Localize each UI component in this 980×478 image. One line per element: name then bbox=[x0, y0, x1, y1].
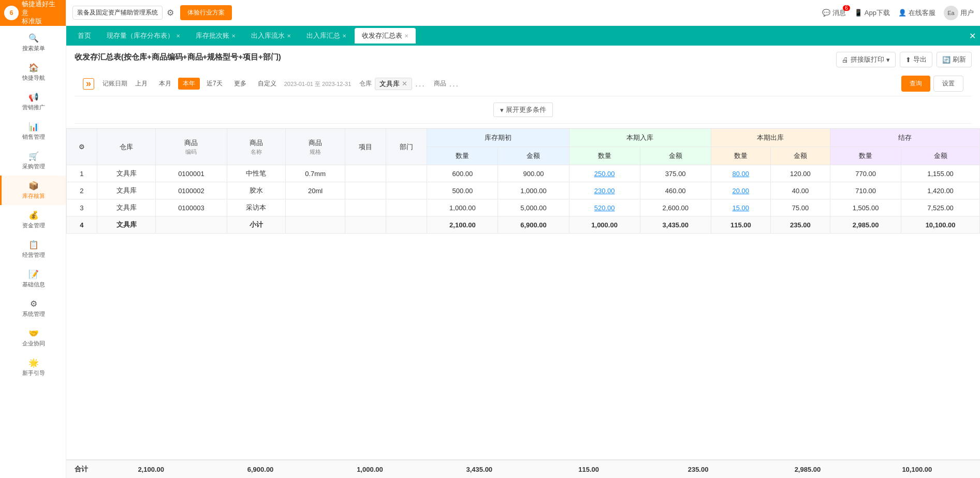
sidebar-item-label: 资金管理 bbox=[22, 222, 45, 229]
sidebar-item-guide[interactable]: 🌟新手引导 bbox=[0, 353, 66, 382]
message-badge: 6 bbox=[843, 5, 850, 11]
tab-inout-summary[interactable]: 出入库汇总✕ bbox=[299, 28, 354, 44]
cell-spec: 0.7mm bbox=[286, 165, 345, 182]
tab-bar-close-btn[interactable]: ✕ bbox=[969, 31, 976, 41]
query-btn[interactable]: 查询 bbox=[901, 76, 930, 92]
table-row: 3 文具库 0100003 采访本 1,000.00 5,000.00 520.… bbox=[67, 199, 980, 216]
col-out-group: 本期出库 bbox=[711, 129, 830, 147]
cell-balance-amt: 7,525.00 bbox=[901, 199, 980, 216]
cell-in-qty: 230.00 bbox=[569, 182, 640, 199]
cell-opening-qty: 2,100.00 bbox=[427, 216, 498, 234]
cell-out-qty: 80.00 bbox=[711, 165, 770, 182]
cell-out-amt: 40.00 bbox=[770, 182, 830, 199]
tab-label: 收发存汇总表 bbox=[362, 31, 402, 40]
sidebar-item-label: 系统管理 bbox=[22, 310, 45, 318]
sidebar-item-operations[interactable]: 📋经营管理 bbox=[0, 235, 66, 264]
date-btn-last-month[interactable]: 上月 bbox=[130, 78, 152, 90]
goods-more-btn[interactable]: ... bbox=[449, 79, 459, 89]
sidebar-item-corp[interactable]: 🤝企业协同 bbox=[0, 323, 66, 353]
sidebar-item-system[interactable]: ⚙系统管理 bbox=[0, 294, 66, 323]
date-btn-more[interactable]: 更多 bbox=[229, 78, 251, 90]
mobile-icon: 📱 bbox=[854, 9, 862, 17]
cell-dept bbox=[386, 165, 427, 182]
cell-no: 3 bbox=[67, 199, 97, 216]
refresh-btn[interactable]: 🔄 刷新 bbox=[937, 52, 972, 67]
sidebar-item-label: 基础信息 bbox=[22, 281, 45, 288]
tab-close-icon[interactable]: ✕ bbox=[404, 33, 408, 39]
footer-balance-amt: 10,100.00 bbox=[862, 466, 972, 473]
print-icon: 🖨 bbox=[842, 56, 849, 64]
tab-bar: 首页现存量（库存分布表）✕库存批次账✕出入库流水✕出入库汇总✕收发存汇总表✕✕ bbox=[66, 26, 980, 46]
cell-opening-amt: 5,000.00 bbox=[498, 199, 569, 216]
tab-label: 出入库流水 bbox=[251, 31, 285, 40]
sidebar-item-search[interactable]: 🔍搜索菜单 bbox=[0, 28, 66, 57]
tab-batch[interactable]: 库存批次账✕ bbox=[188, 28, 243, 44]
sidebar-item-basic[interactable]: 📝基础信息 bbox=[0, 264, 66, 294]
date-btn-this-year[interactable]: 本年 bbox=[178, 78, 200, 90]
tab-home[interactable]: 首页 bbox=[70, 28, 98, 44]
tab-recv-send-summary[interactable]: 收发存汇总表✕ bbox=[355, 28, 416, 44]
cell-dept bbox=[386, 216, 427, 234]
tab-close-icon[interactable]: ✕ bbox=[231, 33, 236, 39]
purchase-icon: 🛒 bbox=[28, 151, 39, 161]
footer-out-qty: 115.00 bbox=[534, 466, 643, 473]
app-logo: 6 bbox=[4, 6, 19, 20]
settings-icon[interactable]: ⚙ bbox=[167, 8, 174, 18]
sidebar-item-purchase[interactable]: 🛒采购管理 bbox=[0, 146, 66, 176]
date-btn-this-month[interactable]: 本月 bbox=[154, 78, 176, 90]
user-avatar-btn[interactable]: Ea 用户 bbox=[944, 6, 974, 20]
sidebar-item-label: 企业协同 bbox=[22, 340, 45, 347]
warehouse-tag[interactable]: 文具库 ✕ bbox=[375, 78, 412, 90]
expand-conditions-btn[interactable]: ▾ 展开更多条件 bbox=[493, 103, 553, 117]
topbar-right: 💬 消息 6 📱 App下载 👤 在线客服 Ea 用户 bbox=[822, 6, 974, 20]
sidebar-item-sales[interactable]: 📊销售管理 bbox=[0, 117, 66, 146]
tab-inout-flow[interactable]: 出入库流水✕ bbox=[244, 28, 298, 44]
col-out-amt: 金额 bbox=[770, 147, 830, 165]
app-download-btn[interactable]: 📱 App下载 bbox=[854, 8, 890, 18]
table-row: 2 文具库 0100002 胶水 20ml 500.00 1,000.00 23… bbox=[67, 182, 980, 199]
date-btn-custom[interactable]: 自定义 bbox=[253, 78, 281, 90]
message-icon-btn[interactable]: 💬 消息 6 bbox=[822, 8, 846, 18]
headset-icon: 👤 bbox=[898, 9, 906, 17]
cell-out-amt: 75.00 bbox=[770, 199, 830, 216]
cell-opening-amt: 900.00 bbox=[498, 165, 569, 182]
date-range-display: 2023-01-01 至 2023-12-31 bbox=[284, 80, 352, 88]
cell-out-qty: 115.00 bbox=[711, 216, 770, 234]
col-opening-amt: 金额 bbox=[498, 147, 569, 165]
guide-icon: 🌟 bbox=[28, 358, 39, 368]
tab-label: 出入库汇总 bbox=[306, 31, 340, 40]
quick-nav-icon: 🏠 bbox=[28, 63, 39, 73]
system-selector[interactable]: 装备及固定资产辅助管理系统 bbox=[72, 6, 163, 20]
cell-balance-qty: 1,505.00 bbox=[830, 199, 901, 216]
warehouse-more-btn[interactable]: ... bbox=[415, 79, 425, 89]
sidebar-item-quick-nav[interactable]: 🏠快捷导航 bbox=[0, 57, 66, 87]
filter-bar: » 记账日期 上月 本月 本年 近7天 更多 自定义 2023-01-01 至 … bbox=[75, 71, 972, 96]
print-btn[interactable]: 🖨 拼接版打印 ▾ bbox=[836, 52, 896, 67]
cell-in-amt: 375.00 bbox=[640, 165, 711, 182]
data-table: ⚙ 仓库 商品编码 商品名称 商品规格 项目 部门 库存期初 本期入库 本期出库… bbox=[66, 128, 980, 234]
tab-close-icon[interactable]: ✕ bbox=[287, 33, 291, 39]
tab-close-icon[interactable]: ✕ bbox=[176, 33, 180, 39]
filter-collapse-btn[interactable]: » bbox=[83, 78, 94, 90]
tab-close-icon[interactable]: ✕ bbox=[342, 33, 346, 39]
export-btn[interactable]: ⬆ 导出 bbox=[900, 52, 932, 67]
filter-settings-btn[interactable]: 设置 bbox=[933, 76, 963, 92]
page-container: 收发存汇总表(按仓库+商品编码+商品+规格型号+项目+部门) 🖨 拼接版打印 ▾… bbox=[66, 46, 980, 478]
sidebar-item-label: 快捷导航 bbox=[22, 74, 45, 82]
date-btn-7days[interactable]: 近7天 bbox=[202, 78, 227, 90]
cell-name: 采访本 bbox=[227, 199, 286, 216]
remove-warehouse-icon[interactable]: ✕ bbox=[402, 80, 407, 88]
experience-btn[interactable]: 体验行业方案 bbox=[180, 5, 232, 20]
sidebar-item-inventory[interactable]: 📦库存核算 bbox=[0, 176, 66, 205]
sidebar-item-marketing[interactable]: 📢营销推广 bbox=[0, 87, 66, 117]
online-service-btn[interactable]: 👤 在线客服 bbox=[898, 8, 935, 18]
col-opening-group: 库存期初 bbox=[427, 129, 569, 147]
col-settings[interactable]: ⚙ bbox=[67, 129, 97, 165]
topbar: 装备及固定资产辅助管理系统 ⚙ 体验行业方案 💬 消息 6 📱 App下载 👤 … bbox=[66, 0, 980, 26]
cell-project bbox=[345, 182, 386, 199]
cell-warehouse: 文具库 bbox=[97, 199, 156, 216]
tab-inventory-dist[interactable]: 现存量（库存分布表）✕ bbox=[99, 28, 187, 44]
sidebar-item-finance[interactable]: 💰资金管理 bbox=[0, 205, 66, 235]
cell-code: 0100002 bbox=[156, 182, 227, 199]
cell-project bbox=[345, 216, 386, 234]
